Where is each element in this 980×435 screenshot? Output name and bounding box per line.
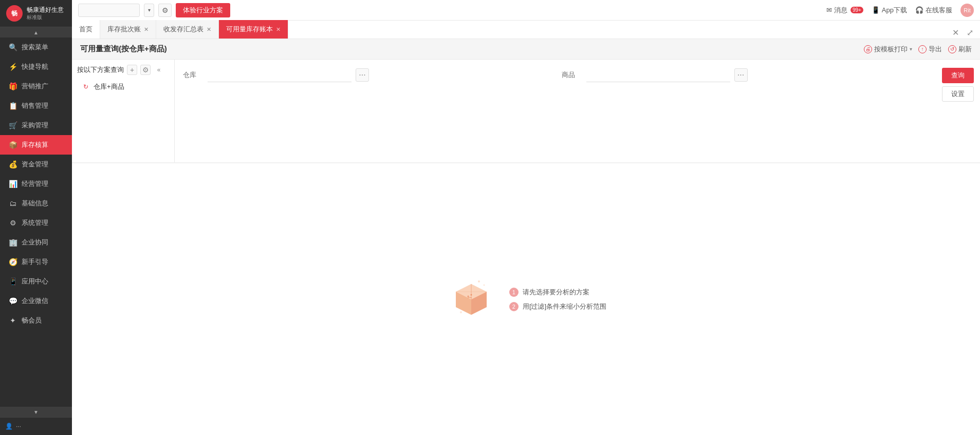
warehouse-input[interactable] — [208, 68, 352, 82]
sidebar-scroll-area: 🔍 搜索菜单 ⚡ 快捷导航 🎁 营销推广 📋 销售管理 🛒 采购管理 📦 库存核… — [0, 37, 72, 407]
refresh-btn[interactable]: ↺ 刷新 — [948, 45, 972, 54]
hint-num-2: 2 — [509, 302, 519, 311]
sidebar-item-wechat[interactable]: 💬 企业微信 — [0, 291, 72, 311]
warehouse-more-btn[interactable]: ··· — [356, 68, 369, 82]
sidebar-logo: 畅 — [6, 5, 23, 22]
sidebar-item-system[interactable]: ⚙ 系统管理 — [0, 213, 72, 233]
settings-gear-icon[interactable]: ⚙ — [158, 4, 172, 17]
online-service-action[interactable]: 🎧 在线客服 — [915, 6, 952, 15]
hint-item-1: 1 请先选择要分析的方案 — [509, 288, 606, 297]
sidebar-item-sales[interactable]: 📋 销售管理 — [0, 96, 72, 116]
finance-icon: 💰 — [8, 160, 17, 169]
tab-close-all-icon[interactable]: ✕ — [949, 26, 961, 39]
sidebar-item-search[interactable]: 🔍 搜索菜单 — [0, 37, 72, 57]
svg-point-10 — [470, 294, 472, 295]
enterprise-icon: 🏢 — [8, 238, 17, 247]
trial-btn[interactable]: 体验行业方案 — [176, 3, 230, 17]
sidebar-item-purchase[interactable]: 🛒 采购管理 — [0, 116, 72, 135]
scheme-settings-btn[interactable]: ⚙ — [140, 65, 151, 75]
inventory-icon: 📦 — [8, 140, 17, 149]
sidebar-item-quicknav[interactable]: ⚡ 快捷导航 — [0, 57, 72, 77]
avatar[interactable]: Rit — [960, 4, 974, 17]
sidebar-item-member[interactable]: ✦ 畅会员 — [0, 311, 72, 330]
svg-point-8 — [460, 311, 462, 313]
app-download-action[interactable]: 📱 App下载 — [872, 6, 907, 15]
member-icon: ✦ — [8, 316, 17, 325]
export-btn[interactable]: ↑ 导出 — [918, 45, 942, 54]
query-fields: 仓库 ··· 商品 ··· — [175, 60, 936, 162]
dropdown-chevron-icon[interactable]: ▾ — [144, 4, 154, 17]
tab-batch-close-icon[interactable]: ✕ — [144, 26, 149, 33]
page-header-actions: 🖨 按模板打印 ▾ ↑ 导出 ↺ 刷新 — [864, 45, 972, 54]
empty-state: 1 请先选择要分析的方案 2 用[过滤]条件来缩小分析范围 — [72, 163, 980, 435]
sidebar-item-operations[interactable]: 📊 经营管理 — [0, 174, 72, 194]
phone-icon: 📱 — [872, 6, 880, 14]
column-settings-btn[interactable]: 设置 — [942, 86, 974, 102]
message-label: 消息 — [834, 6, 847, 15]
sidebar-item-marketing[interactable]: 🎁 营销推广 — [0, 77, 72, 96]
sidebar-item-finance[interactable]: 💰 资金管理 — [0, 155, 72, 174]
query-btn[interactable]: 查询 — [942, 68, 974, 83]
tab-summary-close-icon[interactable]: ✕ — [207, 26, 211, 33]
warehouse-label: 仓库 — [183, 70, 204, 80]
scheme-settings-icon: ⚙ — [142, 66, 149, 74]
goods-input[interactable] — [586, 68, 730, 82]
print-btn[interactable]: 🖨 按模板打印 ▾ — [864, 45, 912, 54]
goods-label: 商品 — [562, 70, 582, 80]
goods-field-group: 商品 ··· — [562, 68, 928, 82]
tab-available[interactable]: 可用量库存账本 ✕ — [219, 20, 288, 39]
sidebar-item-inventory[interactable]: 📦 库存核算 — [0, 135, 72, 155]
search-input[interactable] — [78, 4, 140, 17]
sidebar-scroll-up[interactable]: ▲ — [0, 27, 72, 37]
collapse-sidebar-btn[interactable]: « — [154, 65, 164, 75]
operations-icon: 📊 — [8, 179, 17, 188]
tab-batch[interactable]: 库存批次账 ✕ — [100, 20, 156, 39]
sidebar-item-basic[interactable]: 🗂 基础信息 — [0, 194, 72, 213]
headset-icon: 🎧 — [915, 6, 923, 14]
empty-content: 1 请先选择要分析的方案 2 用[过滤]条件来缩小分析范围 — [446, 274, 606, 325]
page-title: 可用量查询(按仓库+商品) — [80, 44, 167, 54]
sidebar-item-newuser[interactable]: 🧭 新手引导 — [0, 252, 72, 272]
warehouse-field-group: 仓库 ··· — [183, 68, 549, 82]
message-action[interactable]: ✉ 消息 99+ — [826, 6, 863, 15]
svg-point-9 — [467, 295, 469, 297]
tab-summary[interactable]: 收发存汇总表 ✕ — [156, 20, 219, 39]
hint-text-1: 请先选择要分析的方案 — [523, 288, 589, 297]
topbar-right: ✉ 消息 99+ 📱 App下载 🎧 在线客服 Rit — [826, 4, 974, 17]
query-fields-row: 仓库 ··· 商品 ··· — [183, 68, 928, 82]
empty-illustration — [446, 274, 497, 325]
app-download-label: App下载 — [882, 6, 907, 15]
page-header: 可用量查询(按仓库+商品) 🖨 按模板打印 ▾ ↑ 导出 ↺ 刷新 — [72, 39, 980, 60]
sidebar-scroll-down[interactable]: ▼ — [0, 407, 72, 417]
query-sidebar-header: 按以下方案查询 + ⚙ « — [77, 65, 169, 75]
query-sidebar: 按以下方案查询 + ⚙ « ↻ 仓库+商品 — [72, 60, 175, 162]
user-icon: 👤 — [5, 423, 13, 430]
export-icon: ↑ — [918, 45, 927, 53]
svg-point-7 — [483, 284, 485, 286]
tab-home[interactable]: 首页 — [72, 20, 100, 39]
sidebar-title: 畅康通好生意 — [27, 6, 64, 14]
empty-hints: 1 请先选择要分析的方案 2 用[过滤]条件来缩小分析范围 — [509, 288, 606, 311]
basic-icon: 🗂 — [8, 199, 17, 208]
goods-more-btn[interactable]: ··· — [734, 68, 748, 82]
scheme-item-warehouse-goods[interactable]: ↻ 仓库+商品 — [77, 79, 169, 94]
sales-icon: 📋 — [8, 101, 17, 110]
query-action-buttons: 查询 设置 — [936, 60, 980, 162]
print-icon: 🖨 — [864, 45, 872, 53]
sidebar-bottom[interactable]: 👤 ··· — [0, 417, 72, 435]
search-icon: 🔍 — [8, 43, 17, 52]
sidebar-item-appstore[interactable]: 📱 应用中心 — [0, 272, 72, 291]
svg-point-6 — [478, 280, 480, 282]
tab-available-close-icon[interactable]: ✕ — [276, 26, 281, 33]
system-icon: ⚙ — [8, 218, 17, 228]
sidebar: 畅 畅康通好生意 标准版 ▲ 🔍 搜索菜单 ⚡ 快捷导航 🎁 营销推广 📋 销售… — [0, 0, 72, 435]
online-service-label: 在线客服 — [926, 6, 952, 15]
topbar: ▾ ⚙ 体验行业方案 ✉ 消息 99+ 📱 App下载 🎧 在线客服 Rit — [72, 0, 980, 21]
add-scheme-btn[interactable]: + — [127, 65, 137, 75]
message-icon: ✉ — [826, 6, 832, 14]
user-label: ··· — [16, 423, 21, 430]
tab-expand-icon[interactable]: ⤢ — [964, 26, 976, 39]
quicknav-icon: ⚡ — [8, 62, 17, 71]
sidebar-item-enterprise[interactable]: 🏢 企业协同 — [0, 233, 72, 252]
purchase-icon: 🛒 — [8, 121, 17, 130]
